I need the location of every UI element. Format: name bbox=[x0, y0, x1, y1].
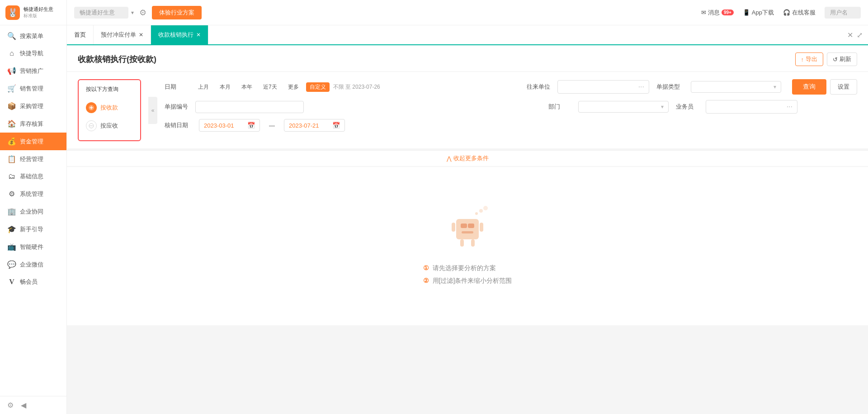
bill-no-input[interactable] bbox=[200, 104, 299, 110]
maximize-window-icon[interactable]: ⤢ bbox=[857, 31, 863, 39]
sidebar-item-sales[interactable]: 🛒销售管理 bbox=[0, 80, 66, 97]
sidebar-item-quick-nav[interactable]: ⌂快捷导航 bbox=[0, 45, 66, 62]
sidebar-item-purchase[interactable]: 📦采购管理 bbox=[0, 97, 66, 115]
sidebar-item-marketing[interactable]: 📢营销推广 bbox=[0, 62, 66, 80]
settings-icon[interactable]: ⚙ bbox=[7, 401, 14, 409]
tab-prepay-close-icon[interactable]: ✕ bbox=[139, 32, 143, 38]
writeoff-date-end-input[interactable] bbox=[289, 122, 330, 129]
staff-input-wrap[interactable]: ··· bbox=[706, 100, 797, 114]
setting-button[interactable]: 设置 bbox=[830, 79, 857, 95]
page-header: 收款核销执行(按收款) ↑ 导出 ↺ 刷新 bbox=[67, 45, 868, 72]
tab-collect-label: 收款核销执行 bbox=[158, 31, 193, 39]
writeoff-date-end-wrap[interactable]: 📅 bbox=[284, 119, 345, 132]
filter-row-1: 日期 上月 本月 本年 近7天 更多 自定义 不限 至 2023-07-26 往… bbox=[165, 79, 857, 95]
customer-service-button[interactable]: 🎧 在线客服 bbox=[783, 9, 816, 17]
panel-collapse-button[interactable]: « bbox=[148, 97, 157, 124]
date-btn-last-month[interactable]: 上月 bbox=[194, 82, 212, 92]
sidebar-item-label: 库存核算 bbox=[20, 120, 43, 128]
receipt-icon bbox=[86, 102, 97, 113]
sidebar-logo: 🐰 畅捷通好生意 标准版 bbox=[0, 0, 66, 25]
refresh-button[interactable]: ↺ 刷新 bbox=[827, 52, 857, 66]
sidebar-item-hardware[interactable]: 📺智能硬件 bbox=[0, 238, 66, 256]
query-type-by-receipt[interactable]: 按收款 bbox=[86, 99, 133, 117]
export-button[interactable]: ↑ 导出 bbox=[795, 52, 824, 66]
query-type-receivable-label: 按应收 bbox=[100, 122, 118, 130]
writeoff-date-label: 核销日期 bbox=[165, 121, 192, 129]
dept-label: 部门 bbox=[548, 103, 571, 111]
sidebar-item-inventory[interactable]: 🏠库存核算 bbox=[0, 115, 66, 133]
sidebar-item-funds[interactable]: 💰资金管理 bbox=[0, 133, 66, 150]
collapse-sidebar-icon[interactable]: ◀ bbox=[21, 401, 26, 409]
messages-label: 消息 bbox=[708, 9, 720, 17]
tab-collect-close-icon[interactable]: ✕ bbox=[196, 32, 201, 38]
sidebar-menu: 🔍搜索菜单 ⌂快捷导航 📢营销推广 🛒销售管理 📦采购管理 🏠库存核算 💰资金管… bbox=[0, 25, 66, 396]
sidebar-item-member[interactable]: V畅会员 bbox=[0, 273, 66, 290]
sidebar-item-label: 新手引导 bbox=[20, 225, 43, 233]
chevron-down-icon[interactable]: ▾ bbox=[131, 10, 134, 16]
sidebar-item-enterprise[interactable]: 🏢企业协同 bbox=[0, 203, 66, 220]
svg-rect-6 bbox=[452, 223, 455, 232]
staff-input[interactable] bbox=[711, 104, 787, 110]
sidebar-item-search[interactable]: 🔍搜索菜单 bbox=[0, 27, 66, 45]
empty-hint-2: ② 用[过滤]条件来缩小分析范围 bbox=[423, 274, 512, 287]
staff-dots-icon[interactable]: ··· bbox=[787, 103, 793, 111]
filter-area: 按以下方查询 按收款 按应收 « bbox=[67, 72, 868, 148]
basic-info-icon: 🗂 bbox=[7, 172, 16, 181]
bill-type-select[interactable]: ▾ bbox=[691, 81, 781, 93]
tab-prepay[interactable]: 预付冲应付单 ✕ bbox=[94, 25, 151, 45]
bill-no-input-wrap[interactable] bbox=[195, 101, 304, 113]
svg-rect-4 bbox=[468, 224, 474, 228]
sidebar-item-guide[interactable]: 🎓新手引导 bbox=[0, 220, 66, 238]
sidebar-item-label: 智能硬件 bbox=[20, 243, 43, 251]
svg-point-10 bbox=[475, 212, 478, 215]
calendar-end-icon[interactable]: 📅 bbox=[332, 122, 340, 129]
tab-collect[interactable]: 收款核销执行 ✕ bbox=[151, 25, 208, 45]
message-icon: ✉ bbox=[701, 9, 706, 16]
empty-hint-1: ① 请先选择要分析的方案 bbox=[423, 262, 512, 274]
hint2-num: ② bbox=[423, 277, 429, 284]
sidebar-item-wechat[interactable]: 💬企业微信 bbox=[0, 256, 66, 273]
collapse-more-button[interactable]: ⋀ 收起更多条件 bbox=[447, 154, 489, 162]
filter-row-2: 单据编号 部门 ▾ 业务员 ··· bbox=[165, 100, 857, 114]
counterparty-label: 往来单位 bbox=[527, 83, 550, 91]
dept-select[interactable]: ▾ bbox=[578, 101, 669, 113]
sidebar-item-system[interactable]: ⚙系统管理 bbox=[0, 185, 66, 203]
query-type-by-receivable[interactable]: 按应收 bbox=[86, 117, 133, 135]
content-area: 收款核销执行(按收款) ↑ 导出 ↺ 刷新 按以下方查询 bbox=[67, 45, 868, 414]
query-button[interactable]: 查询 bbox=[792, 79, 826, 95]
counterparty-dots-icon[interactable]: ··· bbox=[638, 83, 644, 91]
query-type-panel: 按以下方查询 按收款 按应收 bbox=[78, 79, 141, 141]
writeoff-date-start-wrap[interactable]: 📅 bbox=[199, 119, 260, 132]
gear-icon[interactable]: ⚙ bbox=[139, 8, 146, 18]
calendar-start-icon[interactable]: 📅 bbox=[247, 122, 255, 129]
topbar-user[interactable]: 用户名 bbox=[825, 7, 861, 19]
sidebar-item-label: 经营管理 bbox=[20, 155, 43, 163]
purchase-icon: 📦 bbox=[7, 102, 16, 110]
solution-button[interactable]: 体验行业方案 bbox=[152, 6, 202, 19]
system-icon: ⚙ bbox=[7, 190, 16, 198]
sidebar-item-label: 畅会员 bbox=[20, 278, 38, 286]
tabbar: 首页 预付冲应付单 ✕ 收款核销执行 ✕ ✕ ⤢ bbox=[67, 25, 868, 45]
sidebar-item-basic-info[interactable]: 🗂基础信息 bbox=[0, 168, 66, 185]
staff-label: 业务员 bbox=[676, 103, 698, 111]
counterparty-input-wrap[interactable]: ··· bbox=[557, 80, 649, 94]
date-options-group: 上月 本月 本年 近7天 更多 自定义 不限 至 2023-07-26 bbox=[194, 82, 380, 92]
search-icon: 🔍 bbox=[7, 32, 16, 40]
sidebar-item-operations[interactable]: 📋经营管理 bbox=[0, 150, 66, 168]
counterparty-input[interactable] bbox=[562, 84, 638, 90]
date-btn-custom[interactable]: 自定义 bbox=[306, 82, 330, 92]
messages-button[interactable]: ✉ 消息 99+ bbox=[701, 9, 734, 17]
query-btn-wrap: 查询 设置 bbox=[792, 79, 857, 95]
query-type-title: 按以下方查询 bbox=[86, 86, 133, 93]
tab-home[interactable]: 首页 bbox=[67, 25, 94, 45]
date-btn-this-year[interactable]: 本年 bbox=[238, 82, 256, 92]
empty-state: ① 请先选择要分析的方案 ② 用[过滤]条件来缩小分析范围 bbox=[67, 167, 868, 325]
close-window-icon[interactable]: ✕ bbox=[847, 31, 853, 39]
funds-icon: 💰 bbox=[7, 137, 16, 146]
app-download-button[interactable]: 📱 App下载 bbox=[743, 9, 774, 17]
writeoff-date-start-input[interactable] bbox=[204, 122, 245, 129]
date-btn-this-month[interactable]: 本月 bbox=[216, 82, 234, 92]
date-btn-last-7-days[interactable]: 近7天 bbox=[259, 82, 281, 92]
date-btn-more[interactable]: 更多 bbox=[284, 82, 302, 92]
receivable-icon bbox=[86, 120, 97, 131]
